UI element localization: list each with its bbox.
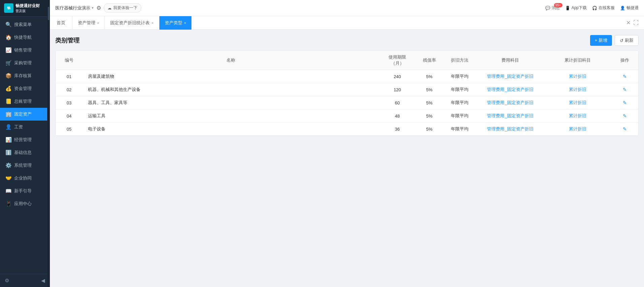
table-header-row: 编号 名称 使用期限（月） 残值率 折旧方法 费用科目 累计折旧科目 操作 [56,51,638,70]
cell-num: 01 [56,70,83,83]
cell-fee-subject: 管理费用_固定资产折旧 [477,96,544,109]
cell-action: ✎ [611,123,638,136]
online-support-button[interactable]: 🎧 在线客服 [592,5,615,11]
tutorial-icon: 📖 [5,188,11,194]
sidebar-item-enterprise[interactable]: 🤝 企业协同 [0,172,50,185]
sidebar-footer: ⚙ ◀ [0,274,50,287]
sidebar-item-app-center[interactable]: 📱 应用中心 [0,197,50,210]
sidebar-item-system[interactable]: ⚙️ 系统管理 [0,159,50,172]
message-badge: 99+ [554,3,562,7]
table-row: 01 房屋及建筑物 240 5% 年限平均 管理费用_固定资产折旧 累计折旧 ✎ [56,70,638,83]
col-header-period: 使用期限（月） [379,51,416,70]
sidebar-item-label: 固定资产 [14,111,32,117]
cell-num: 04 [56,109,83,123]
module-settings-icon[interactable]: ⚙ [96,5,101,11]
settings-icon[interactable]: ⚙ [5,278,9,284]
page-actions: + 新增 ↺ 刷新 [590,35,639,46]
sidebar-item-ledger[interactable]: 📒 总账管理 [0,95,50,108]
cell-name: 电子设备 [83,123,379,136]
edit-icon[interactable]: ✎ [623,74,627,79]
topbar-right: 💬 消息 99+ 📱 App下载 🎧 在线客服 👤 畅捷通 [545,5,639,11]
app-name: 畅捷通好业财 [16,3,40,9]
search-icon: 🔍 [5,22,11,28]
cell-fee-subject: 管理费用_固定资产折旧 [477,109,544,123]
tab-asset-mgmt-label: 资产管理 [78,20,95,26]
cell-num: 02 [56,83,83,96]
sidebar-item-fund[interactable]: 💰 资金管理 [0,82,50,95]
cell-residual: 5% [416,109,443,123]
sidebar-item-label: 系统管理 [14,162,32,168]
sidebar-item-label: 基础信息 [14,150,32,156]
message-button[interactable]: 💬 消息 99+ [545,5,560,11]
tab-depreciation-table[interactable]: 固定资产折旧统计表 × [105,16,159,30]
table-row: 03 器具、工具、家具等 60 5% 年限平均 管理费用_固定资产折旧 累计折旧… [56,96,638,109]
inventory-icon: 📦 [5,73,11,79]
tab-home[interactable]: 首页 [50,16,72,30]
page-content: 类别管理 + 新增 ↺ 刷新 编号 名称 使用期限（月） 残值率 折旧方法 [50,30,644,287]
col-header-residual: 残值率 [416,51,443,70]
sidebar-item-tutorial[interactable]: 📖 新手引导 [0,185,50,197]
sidebar-item-search[interactable]: 🔍 搜索菜单 [0,18,50,31]
tab-asset-type-close[interactable]: × [184,21,186,25]
cell-accum-subject: 累计折旧 [544,70,611,83]
module-name: 医疗器械行业演示 [55,5,90,11]
collapse-icon[interactable]: ◀ [41,278,45,284]
cell-period: 60 [379,96,416,109]
purchase-icon: 🛒 [5,60,11,66]
col-header-name: 名称 [83,51,379,70]
sidebar-item-basic-info[interactable]: ℹ️ 基础信息 [0,146,50,159]
experience-button[interactable]: ☁ 我要体验一下 [104,3,141,12]
cell-name: 机器、机械和其他生产设备 [83,83,379,96]
refresh-icon: ↺ [620,38,623,43]
tab-asset-type[interactable]: 资产类型 × [159,16,192,30]
app-center-icon: 📱 [5,201,11,207]
experience-label: 我要体验一下 [113,5,137,11]
enterprise-icon: 🤝 [5,175,11,181]
sidebar-item-label: 总账管理 [14,98,32,104]
tab-asset-mgmt[interactable]: 资产管理 × [72,16,105,30]
table-row: 04 运输工具 48 5% 年限平均 管理费用_固定资产折旧 累计折旧 ✎ [56,109,638,123]
cloud-icon: ☁ [108,6,112,10]
col-header-num: 编号 [56,51,83,70]
new-button[interactable]: + 新增 [590,35,612,46]
minimize-icon[interactable]: ✕ [626,20,631,26]
cell-residual: 5% [416,96,443,109]
edit-icon[interactable]: ✎ [623,100,627,105]
refresh-label: 刷新 [625,37,634,43]
sidebar-item-sales[interactable]: 📈 销售管理 [0,44,50,57]
module-selector[interactable]: 医疗器械行业演示 ▾ [55,5,94,11]
maximize-icon[interactable]: ⛶ [633,20,639,26]
sidebar-item-fixed-assets[interactable]: 🏢 固定资产 [0,108,50,121]
tab-asset-mgmt-close[interactable]: × [97,21,99,25]
fund-icon: 💰 [5,86,11,92]
app-download-icon: 📱 [565,6,570,10]
tab-depreciation-close[interactable]: × [151,21,153,25]
edit-icon[interactable]: ✎ [623,113,627,119]
app-logo: 畅 畅捷通好业财 普及版 [0,0,50,17]
cell-method: 年限平均 [443,70,477,83]
system-icon: ⚙️ [5,162,11,168]
sidebar-item-operations[interactable]: 📊 经营管理 [0,133,50,146]
category-table: 编号 名称 使用期限（月） 残值率 折旧方法 费用科目 累计折旧科目 操作 01… [55,51,639,136]
cell-method: 年限平均 [443,123,477,136]
tab-depreciation-table-label: 固定资产折旧统计表 [110,20,150,26]
sidebar-item-label: 经营管理 [14,137,32,143]
sidebar-item-payroll[interactable]: 👤 工资 [0,121,50,133]
edit-icon[interactable]: ✎ [623,126,627,132]
refresh-button[interactable]: ↺ 刷新 [615,35,639,46]
sidebar-item-label: 工资 [14,124,23,130]
cell-residual: 5% [416,123,443,136]
edit-icon[interactable]: ✎ [623,87,627,92]
app-download-button[interactable]: 📱 App下载 [565,5,587,11]
sidebar-item-quick-nav[interactable]: 🏠 快捷导航 [0,31,50,44]
sidebar-item-purchase[interactable]: 🛒 采购管理 [0,57,50,69]
message-icon: 💬 [545,6,550,10]
cell-accum-subject: 累计折旧 [544,109,611,123]
user-button[interactable]: 👤 畅捷通 [620,5,639,11]
col-header-fee: 费用科目 [477,51,544,70]
cell-action: ✎ [611,109,638,123]
chevron-down-icon: ▾ [92,6,94,10]
sidebar-item-inventory[interactable]: 📦 库存核算 [0,69,50,82]
cell-action: ✎ [611,70,638,83]
cell-fee-subject: 管理费用_固定资产折旧 [477,83,544,96]
